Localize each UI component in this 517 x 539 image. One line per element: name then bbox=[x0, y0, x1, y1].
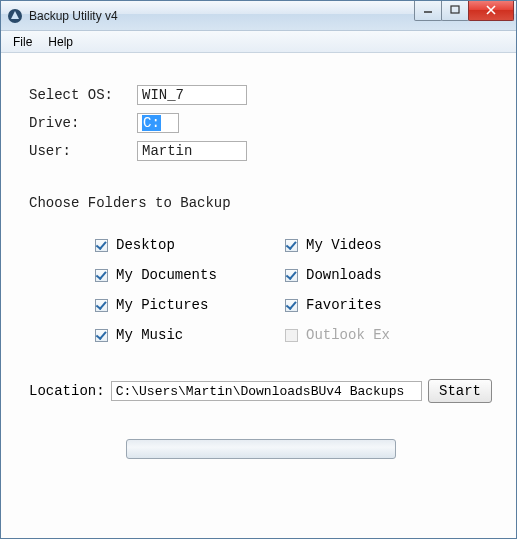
progress-bar bbox=[126, 439, 396, 459]
drive-label: Drive: bbox=[29, 115, 137, 131]
checkbox-icon bbox=[95, 329, 108, 342]
minimize-button[interactable] bbox=[414, 1, 442, 21]
chk-label: My Videos bbox=[306, 237, 382, 253]
chk-my-pictures[interactable]: My Pictures bbox=[95, 297, 285, 313]
menu-file[interactable]: File bbox=[5, 33, 40, 51]
titlebar[interactable]: Backup Utility v4 bbox=[1, 1, 516, 31]
chk-my-documents[interactable]: My Documents bbox=[95, 267, 285, 283]
window-controls bbox=[415, 1, 514, 21]
checkbox-icon bbox=[285, 239, 298, 252]
chk-outlook-ex[interactable]: Outlook Ex bbox=[285, 327, 492, 343]
start-button[interactable]: Start bbox=[428, 379, 492, 403]
svg-rect-2 bbox=[451, 6, 459, 13]
os-input[interactable]: WIN_7 bbox=[137, 85, 247, 105]
user-input[interactable]: Martin bbox=[137, 141, 247, 161]
checkbox-icon bbox=[285, 299, 298, 312]
chk-label: Downloads bbox=[306, 267, 382, 283]
checkbox-icon bbox=[95, 269, 108, 282]
checkbox-icon bbox=[285, 329, 298, 342]
chk-label: Outlook Ex bbox=[306, 327, 390, 343]
chk-label: Desktop bbox=[116, 237, 175, 253]
checkbox-icon bbox=[95, 239, 108, 252]
menubar: File Help bbox=[1, 31, 516, 53]
location-input[interactable]: C:\Users\Martin\DownloadsBUv4 Backups bbox=[111, 381, 422, 401]
checkbox-icon bbox=[95, 299, 108, 312]
chk-my-music[interactable]: My Music bbox=[95, 327, 285, 343]
row-drive: Drive: C: bbox=[29, 111, 492, 135]
checkbox-icon bbox=[285, 269, 298, 282]
drive-input[interactable]: C: bbox=[137, 113, 179, 133]
row-os: Select OS: WIN_7 bbox=[29, 83, 492, 107]
os-label: Select OS: bbox=[29, 87, 137, 103]
progress-wrap bbox=[29, 439, 492, 459]
app-window: Backup Utility v4 File Help Select OS: W… bbox=[0, 0, 517, 539]
chk-downloads[interactable]: Downloads bbox=[285, 267, 492, 283]
client-area: Select OS: WIN_7 Drive: C: User: Martin … bbox=[1, 53, 516, 538]
maximize-button[interactable] bbox=[441, 1, 469, 21]
app-icon bbox=[7, 8, 23, 24]
menu-help[interactable]: Help bbox=[40, 33, 81, 51]
chk-label: My Pictures bbox=[116, 297, 208, 313]
chk-label: My Documents bbox=[116, 267, 217, 283]
chk-favorites[interactable]: Favorites bbox=[285, 297, 492, 313]
chk-label: My Music bbox=[116, 327, 183, 343]
location-row: Location: C:\Users\Martin\DownloadsBUv4 … bbox=[29, 379, 492, 403]
close-button[interactable] bbox=[468, 1, 514, 21]
window-title: Backup Utility v4 bbox=[29, 9, 415, 23]
chk-my-videos[interactable]: My Videos bbox=[285, 237, 492, 253]
user-label: User: bbox=[29, 143, 137, 159]
location-label: Location: bbox=[29, 383, 105, 399]
row-user: User: Martin bbox=[29, 139, 492, 163]
folders-title: Choose Folders to Backup bbox=[29, 195, 492, 211]
chk-label: Favorites bbox=[306, 297, 382, 313]
folders-grid: Desktop My Videos My Documents Downloads… bbox=[29, 237, 492, 343]
chk-desktop[interactable]: Desktop bbox=[95, 237, 285, 253]
